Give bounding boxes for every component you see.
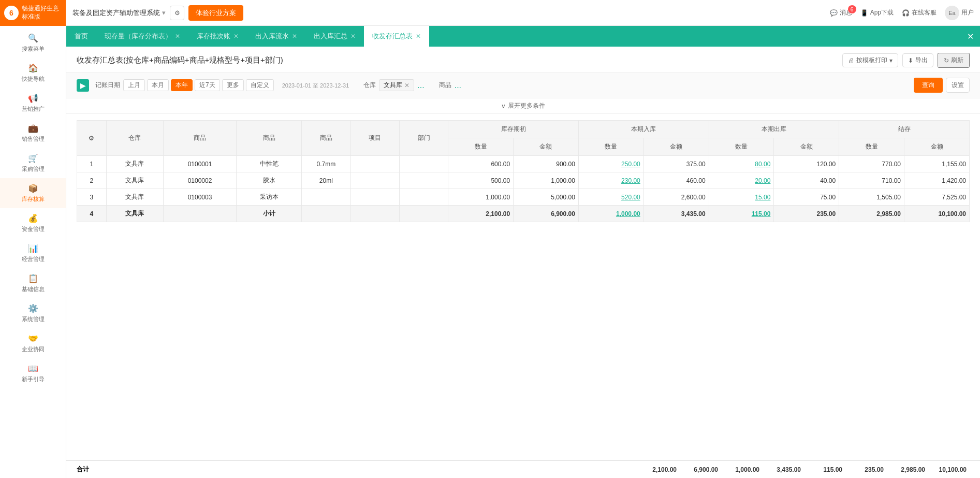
tab-close-recv_send_summary[interactable]: ✕ (416, 33, 421, 40)
cell-r0-c4: 0.7mm (302, 156, 350, 172)
cell-r3-c4 (302, 206, 350, 222)
tab-batch_ledger[interactable]: 库存批次账✕ (188, 26, 247, 47)
th-spec: 商品 (302, 121, 350, 156)
sidebar-item-sales[interactable]: 💼销售管理 (0, 118, 66, 148)
cell-r3-c2 (163, 206, 237, 222)
sidebar-label-guide: 新手引导 (22, 375, 45, 383)
warehouse-ellipsis[interactable]: ... (417, 81, 424, 90)
th-in-group: 本期入库 (578, 121, 709, 138)
cell-r2-c9[interactable]: 520.00 (578, 189, 643, 206)
tab-close-in_out_summary[interactable]: ✕ (350, 33, 356, 40)
table-row: 4文具库小计2,100.006,900.001,000.003,435.0011… (77, 206, 970, 222)
expand-more-button[interactable]: ∨ 展开更多条件 (501, 102, 545, 110)
refresh-icon: ↻ (944, 57, 949, 64)
cell-r0-c1: 文具库 (106, 156, 163, 172)
date-shortcut-近7天[interactable]: 近7天 (195, 79, 220, 91)
sidebar-item-quicknav[interactable]: 🏠快捷导航 (0, 58, 66, 88)
sidebar: 6 畅捷通好生意 标准版 🔍搜索菜单🏠快捷导航📢营销推广💼销售管理🛒采购管理📦库… (0, 0, 66, 478)
export-button[interactable]: ⬇ 导出 (902, 53, 933, 67)
cell-r1-c5 (350, 172, 399, 189)
cell-r2-c11[interactable]: 15.00 (709, 189, 774, 206)
th-code: 商品 (163, 121, 237, 156)
goods-filter-group: 商品 ... (439, 81, 461, 90)
system-selector[interactable]: 装备及固定资产辅助管理系统 ▾ (72, 8, 166, 18)
cell-r0-c9[interactable]: 250.00 (578, 156, 643, 172)
sidebar-icon-system: ⚙️ (28, 303, 38, 313)
sidebar-icon-purchase: 🛒 (28, 153, 38, 163)
tab-close-inventory_dist[interactable]: ✕ (175, 33, 180, 40)
top-header: 装备及固定资产辅助管理系统 ▾ ⚙ 体验行业方案 💬 消息 6 📱 App下载 … (66, 0, 980, 26)
cell-r0-c11[interactable]: 80.00 (709, 156, 774, 172)
column-settings-button[interactable]: 设置 (946, 78, 970, 93)
settings-button[interactable]: ⚙ (170, 6, 184, 20)
tab-bar-close[interactable]: ✕ (961, 32, 980, 41)
app-download-button[interactable]: 📱 App下载 (860, 8, 894, 17)
page-actions: 🖨 按模板打印 ▾ ⬇ 导出 ↻ 刷新 (842, 53, 970, 68)
online-service-button[interactable]: 🎧 在线客服 (902, 8, 937, 17)
message-icon: 💬 (830, 9, 838, 17)
th-name: 商品 (237, 121, 302, 156)
table-container: ⚙ 仓库 商品 商品 商品 项目 部门 库存期初 本期入库 本期出库 结存 (66, 114, 980, 460)
filter-toggle-button[interactable]: ▶ (77, 79, 89, 92)
sidebar-item-inventory[interactable]: 📦库存核算 (0, 178, 66, 208)
refresh-label: 刷新 (951, 56, 963, 65)
user-menu[interactable]: Ea 用户 (945, 6, 974, 20)
tab-recv_send_summary[interactable]: 收发存汇总表✕ (364, 26, 429, 47)
logo-text: 畅捷通好生意 标准版 (22, 5, 59, 21)
th-out-qty: 数量 (709, 138, 774, 156)
page-header: 收发存汇总表(按仓库+商品编码+商品+规格型号+项目+部门) 🖨 按模板打印 ▾… (66, 47, 980, 73)
date-filter-group: 记账日期 上月本月本年近7天更多自定义 (95, 79, 274, 91)
table-row: 3文具库0100003采访本1,000.005,000.00520.002,60… (77, 189, 970, 206)
main-area: 装备及固定资产辅助管理系统 ▾ ⚙ 体验行业方案 💬 消息 6 📱 App下载 … (66, 0, 980, 478)
sidebar-label-sales: 销售管理 (22, 135, 45, 143)
sidebar-item-search[interactable]: 🔍搜索菜单 (0, 28, 66, 58)
date-shortcut-本月[interactable]: 本月 (147, 79, 169, 91)
sidebar-icon-guide: 📖 (28, 364, 38, 373)
th-open-qty: 数量 (448, 138, 514, 156)
cell-r1-c9[interactable]: 230.00 (578, 172, 643, 189)
sidebar-icon-search: 🔍 (28, 33, 38, 43)
warehouse-tag[interactable]: 文具库 ✕ (379, 79, 414, 91)
sidebar-item-system[interactable]: ⚙️系统管理 (0, 298, 66, 328)
sidebar-item-basic[interactable]: 📋基础信息 (0, 268, 66, 298)
goods-ellipsis[interactable]: ... (455, 81, 461, 90)
warehouse-tag-close[interactable]: ✕ (404, 82, 409, 89)
date-shortcut-更多[interactable]: 更多 (222, 79, 244, 91)
th-settings[interactable]: ⚙ (77, 121, 107, 156)
cell-r3-c11[interactable]: 115.00 (709, 206, 774, 222)
sidebar-item-marketing[interactable]: 📢营销推广 (0, 88, 66, 118)
tab-close-in_out_flow[interactable]: ✕ (292, 33, 297, 40)
sidebar-icon-operation: 📊 (28, 243, 38, 253)
cell-r2-c10: 2,600.00 (643, 189, 709, 206)
sidebar-item-finance[interactable]: 💰资金管理 (0, 208, 66, 238)
tab-home[interactable]: 首页 (66, 26, 96, 47)
trial-button[interactable]: 体验行业方案 (188, 5, 243, 21)
sidebar-item-purchase[interactable]: 🛒采购管理 (0, 148, 66, 178)
sidebar-item-guide[interactable]: 📖新手引导 (0, 358, 66, 388)
tab-label-inventory_dist: 现存量（库存分布表） (105, 32, 172, 41)
message-button[interactable]: 💬 消息 6 (830, 8, 852, 17)
cell-r3-c3: 小计 (237, 206, 302, 222)
tab-in_out_flow[interactable]: 出入库流水✕ (247, 26, 305, 47)
message-badge: 6 (848, 5, 856, 13)
goods-filter-label: 商品 (439, 81, 451, 90)
cell-r2-c0: 3 (77, 189, 107, 206)
footer-bal-amt: 10,100.00 (928, 466, 970, 473)
cell-r1-c11[interactable]: 20.00 (709, 172, 774, 189)
cell-r0-c5 (350, 156, 399, 172)
date-shortcut-上月[interactable]: 上月 (123, 79, 145, 91)
sidebar-icon-inventory: 📦 (28, 183, 38, 193)
sidebar-item-operation[interactable]: 📊经营管理 (0, 238, 66, 268)
date-shortcut-自定义[interactable]: 自定义 (246, 79, 274, 91)
tab-in_out_summary[interactable]: 出入库汇总✕ (305, 26, 364, 47)
print-button[interactable]: 🖨 按模板打印 ▾ (842, 53, 898, 67)
system-name-label: 装备及固定资产辅助管理系统 (72, 8, 160, 18)
sidebar-item-coop[interactable]: 🤝企业协同 (0, 328, 66, 358)
tab-inventory_dist[interactable]: 现存量（库存分布表）✕ (96, 26, 188, 47)
cell-r3-c9[interactable]: 1,000.00 (578, 206, 643, 222)
tab-close-batch_ledger[interactable]: ✕ (233, 33, 239, 40)
date-shortcut-本年[interactable]: 本年 (171, 79, 193, 91)
expand-more-label: 展开更多条件 (508, 102, 545, 110)
refresh-button[interactable]: ↻ 刷新 (938, 53, 970, 68)
query-button[interactable]: 查询 (914, 78, 943, 93)
